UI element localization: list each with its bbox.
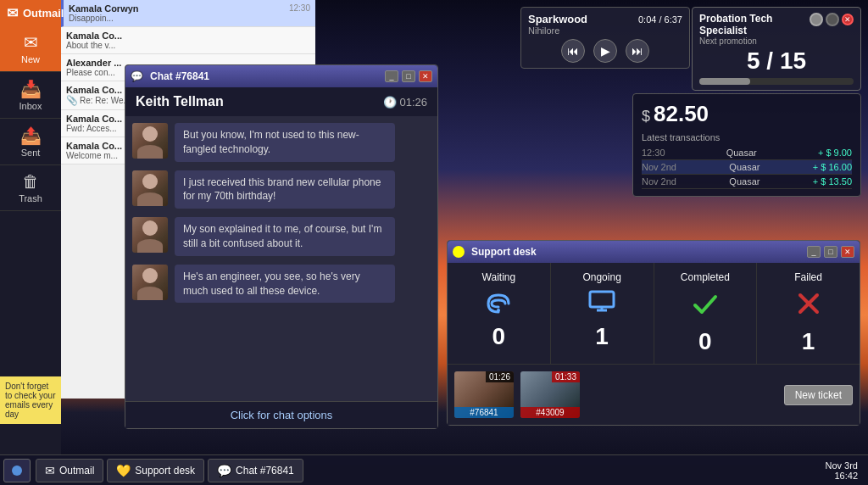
email-subject-1: About the v... <box>66 41 202 50</box>
stat-waiting-count: 0 <box>454 323 543 350</box>
stat-ongoing-count: 1 <box>558 323 647 350</box>
inbox-icon: 📥 <box>20 79 42 99</box>
sidebar-item-trash-label: Trash <box>19 193 42 203</box>
promo-title: Probation Tech Specialist <box>699 13 810 36</box>
support-stat-failed: Failed 1 <box>757 263 860 364</box>
email-sender-1: Kamala Co... <box>66 31 125 41</box>
taskbar-item-support[interactable]: 💛 Support desk <box>107 459 204 482</box>
taskbar-start-button[interactable] <box>3 459 31 482</box>
taskbar-chat-label: Chat #76841 <box>236 465 294 477</box>
promo-close-button[interactable]: ✕ <box>842 14 854 25</box>
promotion-widget: Probation Tech Specialist Next promotion… <box>692 7 861 91</box>
media-play-button[interactable]: ▶ <box>593 39 617 63</box>
chat-restore-button[interactable]: □ <box>402 70 415 82</box>
promo-progress-fill <box>699 78 750 85</box>
taskbar-support-label: Support desk <box>135 465 195 477</box>
email-item-1[interactable]: Kamala Co... About the v... <box>61 27 315 54</box>
email-sender-3: Kamala Co... <box>66 85 125 95</box>
ticket-1-time: 01:33 <box>552 371 580 382</box>
support-close-button[interactable]: ✕ <box>841 246 854 258</box>
chat-contact-name: Keith Tellman <box>136 94 224 109</box>
transaction-0-amount: + $ 9.00 <box>818 148 852 158</box>
chat-avatar-1 <box>132 170 168 206</box>
taskbar-date: Nov 3rd <box>825 460 858 471</box>
support-stat-completed: Completed 0 <box>654 263 758 364</box>
chat-messages-area[interactable]: But you know, I'm not used to this new-f… <box>125 116 437 401</box>
stat-completed-count: 0 <box>661 328 750 355</box>
outmail-title: Outmail <box>23 7 64 20</box>
support-stat-ongoing: Ongoing 1 <box>551 263 654 364</box>
sidebar-item-trash[interactable]: 🗑 Trash <box>0 165 61 211</box>
ticket-0-time: 01:26 <box>486 371 514 382</box>
ticket-thumb-1[interactable]: 01:33 #43009 <box>520 371 580 418</box>
stat-completed-icon <box>661 288 750 325</box>
balance-amount: 82.50 <box>654 101 709 127</box>
outmail-note: Don't forget to check your emails every … <box>0 376 61 424</box>
media-controls: ⏮ ▶ ⏭ <box>528 39 682 63</box>
attachment-icon: 📎 <box>66 95 78 106</box>
chat-window-title: Chat #76841 <box>150 70 381 82</box>
balance-currency-symbol: $ <box>642 108 650 125</box>
chat-message-0: But you know, I'm not used to this new-f… <box>132 123 431 162</box>
ticket-1-id: #43009 <box>520 407 580 418</box>
media-next-button[interactable]: ⏭ <box>626 39 649 63</box>
sidebar-item-inbox[interactable]: 📥 Inbox <box>0 72 61 119</box>
email-sender-4: Kamala Co... <box>66 114 125 124</box>
promo-icon-2 <box>826 13 839 26</box>
taskbar-outmail-icon: ✉ <box>45 464 55 477</box>
sidebar-item-new[interactable]: ✉ New <box>0 25 61 72</box>
transaction-2-name: Quasar <box>729 176 760 187</box>
stat-ongoing-icon <box>558 288 647 320</box>
chat-window-icon: 💬 <box>131 70 143 82</box>
chat-options-button[interactable]: Click for chat options <box>125 401 437 428</box>
stat-ongoing-label: Ongoing <box>558 271 647 283</box>
sidebar-item-new-label: New <box>21 54 40 64</box>
support-desk-title: Support desk <box>471 246 804 258</box>
taskbar: ✉ Outmail 💛 Support desk 💬 Chat #76841 N… <box>0 454 868 485</box>
sidebar-item-sent[interactable]: 📤 Sent <box>0 119 61 165</box>
transaction-1-amount: + $ 16.00 <box>813 162 852 172</box>
ticket-thumb-0[interactable]: 01:26 #76841 <box>454 371 514 418</box>
transaction-0-time: 12:30 <box>642 148 665 158</box>
support-desk-window: Support desk _ □ ✕ Waiting 0 Ongoing <box>447 240 860 426</box>
email-item-0[interactable]: Kamala Corwyn 12:30 Disappoin... <box>61 0 315 27</box>
sidebar-item-inbox-label: Inbox <box>19 101 42 111</box>
chat-close-button[interactable]: ✕ <box>419 70 432 82</box>
chat-bubble-1: I just received this brand new cellular … <box>175 170 395 209</box>
outmail-header: ✉ Outmail <box>0 0 61 25</box>
support-restore-button[interactable]: □ <box>824 246 837 258</box>
promo-icon-1 <box>810 13 823 26</box>
email-subject-0: Disappoin... <box>69 14 204 23</box>
outmail-sidebar: ✉ Outmail ✉ New 📥 Inbox 📤 Sent 🗑 Trash D… <box>0 0 61 454</box>
chat-message-1: I just received this brand new cellular … <box>132 170 431 209</box>
transaction-1-time: Nov 2nd <box>642 162 676 172</box>
transaction-0: 12:30 Quasar + $ 9.00 <box>642 146 852 160</box>
taskbar-chat-icon: 💬 <box>217 464 231 477</box>
transaction-2: Nov 2nd Quasar + $ 13.50 <box>642 175 852 189</box>
taskbar-support-icon: 💛 <box>116 464 131 477</box>
email-sender-5: Kamala Co... <box>66 141 125 151</box>
media-track-name: Sparkwood <box>528 13 587 25</box>
media-artist-name: Nihilore <box>528 25 587 36</box>
support-stat-waiting: Waiting 0 <box>448 263 551 364</box>
email-sender-2: Alexander ... <box>66 58 125 68</box>
media-prev-button[interactable]: ⏮ <box>561 39 585 63</box>
stat-waiting-icon <box>454 288 543 320</box>
media-player-widget: Sparkwood Nihilore 0:04 / 6:37 ⏮ ▶ ⏭ <box>520 7 690 69</box>
support-desk-icon <box>453 246 465 258</box>
stat-failed-count: 1 <box>764 328 853 355</box>
chat-window: 💬 Chat #76841 _ □ ✕ Keith Tellman 🕐 01:2… <box>125 64 438 429</box>
support-minimize-button[interactable]: _ <box>807 246 821 258</box>
taskbar-time: 16:42 <box>825 471 858 481</box>
promo-progress-bar <box>699 78 854 85</box>
balance-widget: $ 82.50 Latest transactions 12:30 Quasar… <box>632 93 861 197</box>
taskbar-item-outmail[interactable]: ✉ Outmail <box>36 459 103 482</box>
transaction-1: Nov 2nd Quasar + $ 16.00 <box>642 160 852 175</box>
taskbar-item-chat[interactable]: 💬 Chat #76841 <box>208 459 303 482</box>
chat-header: Keith Tellman 🕐 01:26 <box>125 87 437 116</box>
promo-progress-value: 5 / 15 <box>699 47 854 75</box>
ticket-0-id: #76841 <box>454 407 514 418</box>
media-time-display: 0:04 / 6:37 <box>638 14 682 25</box>
chat-minimize-button[interactable]: _ <box>385 70 398 82</box>
new-ticket-button[interactable]: New ticket <box>784 385 853 405</box>
